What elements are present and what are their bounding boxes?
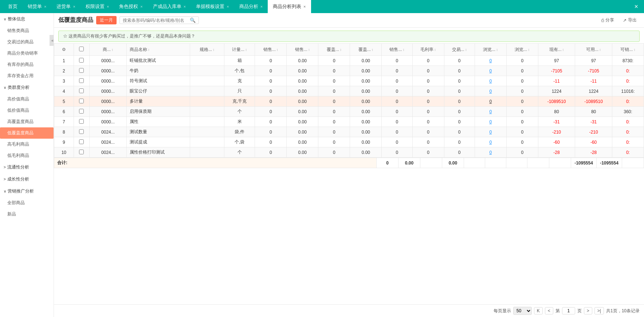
prev-page-button[interactable]: < — [545, 307, 553, 314]
th-saleable[interactable]: 可销...↕ — [612, 44, 644, 56]
row-avail2: 1224 — [575, 86, 612, 96]
time-filter-button[interactable]: 近一月 — [96, 16, 117, 24]
sidebar-item-category-turnover[interactable]: 商品分类动销率 — [0, 48, 54, 59]
row-checkbox[interactable] — [79, 88, 84, 93]
row-sale3: 0 — [382, 137, 412, 147]
th-spec[interactable]: 规格...↕ — [190, 44, 224, 56]
nav-tab-template[interactable]: 单据模板设置 × — [191, 0, 234, 13]
close-template-tab-icon[interactable]: × — [227, 4, 229, 9]
sidebar-item-capital-occupy[interactable]: 库存资金占用 — [0, 70, 54, 82]
nav-tab-analysis-list[interactable]: 商品分析列表 × — [268, 0, 311, 13]
nav-tab-analysis[interactable]: 商品分析 × — [234, 0, 268, 13]
row-spec — [190, 66, 224, 76]
close-analysis-list-tab-icon[interactable]: × — [303, 4, 306, 9]
sidebar-item-new-goods[interactable]: 新品 — [0, 209, 54, 220]
first-page-button[interactable]: K — [534, 307, 543, 314]
row-browse1[interactable]: 0 — [475, 137, 506, 147]
share-button[interactable]: ⎙ 分享 — [598, 16, 617, 24]
close-analysis-tab-icon[interactable]: × — [260, 4, 263, 9]
search-icon[interactable]: 🔍 — [190, 17, 196, 23]
th-name[interactable]: 商品名称↕ — [126, 44, 190, 56]
row-checkbox[interactable] — [79, 119, 84, 124]
nav-tab-role[interactable]: 角色授权 × — [114, 0, 148, 13]
close-role-tab-icon[interactable]: × — [140, 4, 142, 9]
page-number-input[interactable] — [562, 307, 575, 314]
sidebar-item-stock-goods[interactable]: 有库存的商品 — [0, 59, 54, 70]
th-browse1[interactable]: 浏览...↕ — [475, 44, 506, 56]
row-sales-qty: 0 — [255, 96, 287, 107]
row-avail1: 97 — [538, 56, 575, 66]
next-page-button[interactable]: > — [584, 307, 592, 314]
sidebar-item-high-coverage[interactable]: 高覆盖度商品 — [0, 116, 54, 127]
total-info: 共1页，10条记录 — [606, 308, 640, 314]
th-unit[interactable]: 计量...↕ — [224, 44, 255, 56]
sidebar-group-growth[interactable]: > 成长性分析 — [0, 173, 54, 185]
th-avail2[interactable]: 可用...↕ — [575, 44, 612, 56]
sidebar-collapse-button[interactable]: « — [50, 35, 54, 46]
nav-tab-purchase[interactable]: 进货单 × — [51, 0, 80, 13]
th-cover1[interactable]: 覆盖...↕ — [318, 44, 350, 56]
nav-tab-home[interactable]: 首页 — [3, 0, 23, 13]
row-browse1[interactable]: 0 — [475, 86, 506, 96]
nav-tab-permission[interactable]: 权限设置 × — [80, 0, 114, 13]
row-browse1[interactable]: 0 — [475, 107, 506, 117]
th-browse2[interactable]: 浏览...↕ — [506, 44, 538, 56]
row-code: 0000... — [90, 76, 127, 86]
share-icon: ⎙ — [601, 18, 604, 23]
row-browse1[interactable]: 0 — [475, 127, 506, 137]
th-gross-rate[interactable]: 毛利率↕ — [412, 44, 444, 56]
row-checkbox[interactable] — [79, 99, 84, 103]
sidebar-group-liquidity[interactable]: > 流通性分析 — [0, 161, 54, 173]
row-unit: 克 — [224, 76, 255, 86]
sidebar-item-traded-goods[interactable]: 交易过的商品 — [0, 36, 54, 48]
row-cover2: 0.00 — [350, 107, 382, 117]
row-checkbox[interactable] — [79, 78, 84, 83]
th-trade[interactable]: 交易...↕ — [444, 44, 475, 56]
row-checkbox[interactable] — [79, 68, 84, 73]
sidebar-item-low-value[interactable]: 低价值商品 — [0, 105, 54, 116]
search-input[interactable] — [123, 18, 188, 23]
window-close-button[interactable]: × — [631, 3, 641, 11]
totals-avail2: -1095554 — [597, 158, 622, 168]
row-browse1[interactable]: 0 — [475, 96, 506, 107]
sidebar-group-overview[interactable]: ∨ 整体信息 — [0, 13, 54, 25]
last-page-button[interactable]: >| — [594, 307, 604, 314]
nav-tab-sales[interactable]: 销货单 × — [23, 0, 51, 13]
sidebar-item-sales-goods[interactable]: 销售类商品 — [0, 25, 54, 36]
row-checkbox[interactable] — [79, 139, 84, 144]
row-browse1[interactable]: 0 — [475, 117, 506, 127]
row-checkbox[interactable] — [79, 150, 84, 154]
th-sales-qty[interactable]: 销售...↕ — [255, 44, 287, 56]
settings-icon[interactable]: ⚙ — [60, 46, 67, 53]
sidebar-item-high-gross[interactable]: 高毛利商品 — [0, 139, 54, 150]
th-sale3[interactable]: 销售...↕ — [382, 44, 412, 56]
select-all-checkbox[interactable] — [79, 47, 84, 51]
row-checkbox[interactable] — [79, 58, 84, 63]
sidebar-item-high-value[interactable]: 高价值商品 — [0, 94, 54, 105]
th-avail1[interactable]: 现有...↕ — [538, 44, 575, 56]
close-purchase-tab-icon[interactable]: × — [73, 4, 75, 9]
export-icon: ↗ — [623, 18, 627, 23]
row-browse1[interactable]: 0 — [475, 56, 506, 66]
export-button[interactable]: ↗ 导出 — [620, 16, 640, 24]
close-permission-tab-icon[interactable]: × — [107, 4, 109, 9]
row-browse1[interactable]: 0 — [475, 66, 506, 76]
row-avail2: -28 — [575, 147, 612, 158]
sidebar-item-all-goods[interactable]: 全部商品 — [0, 197, 54, 209]
row-browse1[interactable]: 0 — [475, 147, 506, 158]
table-wrapper[interactable]: ⚙ 商...↕ 商品名称↕ 规格...↕ 计量...↕ 销售...↕ 销售...… — [54, 43, 644, 304]
row-browse1[interactable]: 0 — [475, 76, 506, 86]
close-product-tab-icon[interactable]: × — [184, 4, 186, 9]
th-code[interactable]: 商...↕ — [90, 44, 127, 56]
close-sales-tab-icon[interactable]: × — [44, 4, 46, 9]
sidebar-group-coverage[interactable]: ∨ 类群度分析 — [0, 82, 54, 94]
th-cover2[interactable]: 覆盖...↕ — [350, 44, 382, 56]
sidebar-group-marketing[interactable]: ∨ 营销推广分析 — [0, 185, 54, 197]
th-sales-amt[interactable]: 销售...↕ — [287, 44, 318, 56]
sidebar-item-low-coverage[interactable]: 低覆盖度商品 — [0, 127, 54, 139]
row-checkbox[interactable] — [79, 129, 84, 134]
sidebar-item-low-gross[interactable]: 低毛利商品 — [0, 150, 54, 161]
row-checkbox[interactable] — [79, 109, 84, 114]
nav-tab-product[interactable]: 产成品入库单 × — [148, 0, 191, 13]
page-size-select[interactable]: 50 100 200 — [513, 307, 532, 315]
